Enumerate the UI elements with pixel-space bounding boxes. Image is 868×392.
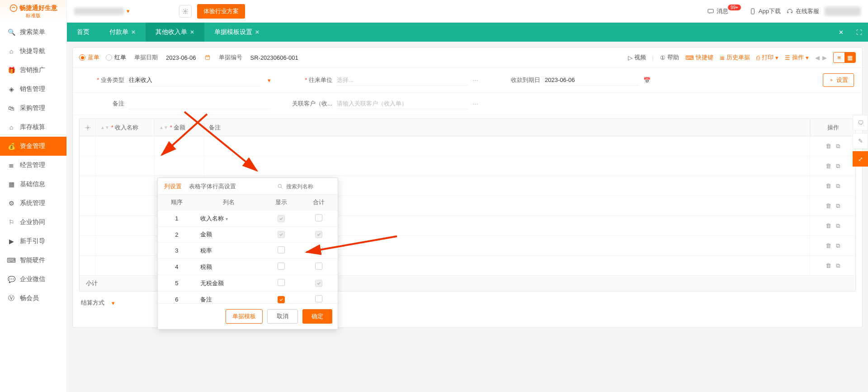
radio-blue[interactable]: 蓝单 (79, 53, 99, 62)
checkbox[interactable] (278, 246, 285, 253)
cancel-button[interactable]: 取消 (267, 309, 298, 324)
sidebar-item-0[interactable]: 🔍搜索菜单 (0, 23, 66, 42)
float-tool-note[interactable]: 🗨 (853, 115, 868, 130)
delete-icon[interactable]: 🗑 (826, 202, 831, 209)
close-icon[interactable]: ✕ (255, 29, 259, 35)
ops-link[interactable]: ☰ 操作 ▾ (785, 53, 809, 62)
page-next[interactable]: ▶ (822, 54, 827, 61)
copy-icon[interactable]: ⧉ (836, 202, 840, 210)
checkbox[interactable] (315, 295, 322, 302)
sidebar-item-14[interactable]: Ⓥ畅会员 (0, 289, 66, 308)
close-icon[interactable]: ✕ (131, 29, 136, 35)
tab-0[interactable]: 首页 (67, 23, 99, 42)
copy-icon[interactable]: ⧉ (836, 262, 840, 269)
sidebar-item-8[interactable]: ▦基础信息 (0, 175, 66, 194)
delete-icon[interactable]: 🗑 (826, 143, 831, 149)
sidebar-item-1[interactable]: ⌂快捷导航 (0, 42, 66, 61)
user-avatar[interactable] (825, 7, 861, 16)
history-link[interactable]: ≣ 历史单据 (720, 53, 750, 62)
checkbox[interactable] (278, 215, 285, 222)
tab-close-all[interactable]: ✕ (832, 23, 850, 42)
sidebar-item-13[interactable]: 💬企业微信 (0, 270, 66, 289)
checkbox[interactable] (278, 296, 285, 303)
sidebar-item-10[interactable]: ⚐企业协同 (0, 213, 66, 232)
popup-tab-columns[interactable]: 列设置 (164, 182, 182, 191)
calendar-icon[interactable]: 📅 (643, 77, 651, 84)
sidebar-item-9[interactable]: ⚙系统管理 (0, 194, 66, 213)
page-prev[interactable]: ◀ (815, 54, 820, 61)
template-button[interactable]: 单据模板 (226, 309, 263, 324)
sidebar-item-6[interactable]: 💰资金管理 (0, 137, 66, 156)
checkbox[interactable] (315, 214, 322, 221)
checkbox[interactable] (315, 280, 322, 287)
copy-icon[interactable]: ⧉ (836, 163, 840, 170)
col-income-name[interactable]: ▲▼收入名称 (96, 119, 155, 136)
unit-more-icon[interactable]: ⋯ (472, 77, 479, 84)
density-card-icon[interactable]: ▦ (844, 53, 855, 62)
support-link[interactable]: 在线客服 (786, 7, 819, 15)
settings-button[interactable]: 设置 (823, 73, 854, 87)
checkbox[interactable] (278, 263, 285, 270)
table-row[interactable]: 🗑⧉ (80, 156, 855, 176)
help-link[interactable]: ① 帮助 (660, 53, 679, 62)
density-toggle[interactable]: ≡ ▦ (833, 52, 856, 63)
tab-expand[interactable]: ⛶ (850, 23, 868, 42)
close-icon[interactable]: ✕ (190, 29, 194, 35)
delete-icon[interactable]: 🗑 (826, 182, 831, 189)
messages-link[interactable]: 消息 99+ (707, 7, 744, 15)
duedate-value[interactable]: 2023-06-06 (545, 75, 639, 86)
unit-select[interactable] (337, 75, 468, 86)
copy-icon[interactable]: ⧉ (836, 182, 840, 190)
trial-button[interactable]: 体验行业方案 (197, 4, 245, 19)
ok-button[interactable]: 确定 (302, 309, 332, 324)
biztype-select[interactable]: 往来收入 (129, 74, 260, 86)
sidebar-item-5[interactable]: ⌂库存核算 (0, 118, 66, 137)
chevron-down-icon[interactable]: ▾ (268, 77, 271, 84)
radio-red[interactable]: 红单 (106, 53, 126, 62)
checkbox[interactable] (278, 231, 285, 238)
chevron-down-icon[interactable]: ▾ (112, 300, 115, 306)
print-link[interactable]: ⎙ 打印 ▾ (756, 53, 778, 62)
app-download-link[interactable]: App下载 (749, 7, 781, 15)
delete-icon[interactable]: 🗑 (826, 262, 831, 269)
org-selector[interactable]: ▾ (74, 8, 174, 15)
date-value[interactable]: 2023-06-06 (166, 54, 196, 61)
delete-icon[interactable]: 🗑 (826, 163, 831, 169)
sidebar-item-2[interactable]: 🎁营销推广 (0, 61, 66, 80)
chevron-down-icon[interactable]: ▾ (226, 216, 228, 221)
remark-input[interactable] (129, 98, 271, 109)
checkbox[interactable] (315, 231, 322, 238)
org-settings-button[interactable] (179, 5, 192, 18)
checkbox[interactable] (278, 279, 285, 286)
col-amount[interactable]: ▲▼金额 (155, 119, 204, 136)
copy-icon[interactable]: ⧉ (836, 222, 840, 229)
hotkey-link[interactable]: ⌨ 快捷键 (685, 53, 713, 62)
copy-icon[interactable]: ⧉ (836, 143, 840, 150)
column-settings-button[interactable] (80, 119, 96, 136)
density-list-icon[interactable]: ≡ (834, 53, 844, 62)
sidebar-item-3[interactable]: ◈销售管理 (0, 80, 66, 99)
sidebar-item-label: 畅会员 (20, 294, 39, 302)
copy-icon[interactable]: ⧉ (836, 242, 840, 249)
sidebar-item-12[interactable]: ⌨智能硬件 (0, 251, 66, 270)
popup-search-input[interactable] (286, 183, 331, 190)
float-tool-edit[interactable]: ✎ (853, 133, 868, 148)
tab-3[interactable]: 单据模板设置✕ (204, 23, 269, 42)
tab-1[interactable]: 付款单✕ (99, 23, 146, 42)
delete-icon[interactable]: 🗑 (826, 222, 831, 229)
float-tool-expand[interactable]: ⤢ (853, 151, 868, 167)
tab-2[interactable]: 其他收入单✕ (146, 23, 204, 42)
checkbox[interactable] (315, 263, 322, 270)
popup-tab-rowheight[interactable]: 表格字体行高设置 (189, 182, 236, 191)
relcust-input[interactable] (337, 98, 468, 109)
calendar-icon[interactable] (204, 54, 211, 61)
delete-icon[interactable]: 🗑 (826, 242, 831, 249)
checkbox[interactable] (315, 246, 322, 253)
relcust-more-icon[interactable]: ⋯ (472, 100, 479, 107)
video-link[interactable]: ▷ 视频 (628, 53, 646, 62)
table-row[interactable]: 🗑⧉ (80, 136, 855, 156)
sidebar-item-7[interactable]: ≣经营管理 (0, 156, 66, 175)
col-note[interactable]: 备注 (204, 119, 810, 136)
sidebar-item-11[interactable]: ▶新手引导 (0, 232, 66, 251)
sidebar-item-4[interactable]: 🛍采购管理 (0, 99, 66, 118)
